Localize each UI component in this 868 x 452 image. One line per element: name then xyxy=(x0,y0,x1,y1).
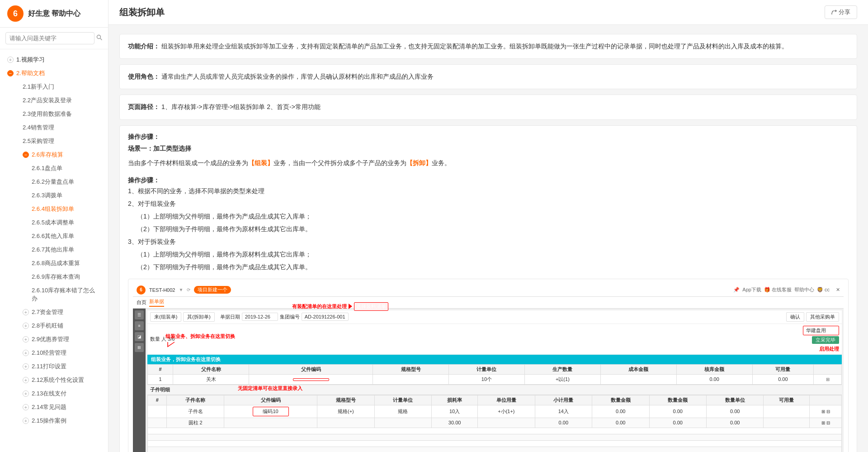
main-content: 组装拆卸单 分享 功能介绍： 组装拆卸单用来处理企业组装或拆卸等加工业务，支持有… xyxy=(108,0,868,452)
mock-menu-new: 新单据 xyxy=(149,298,164,307)
mock-th-4: 规格型号 xyxy=(373,364,449,374)
sidebar-item-2-7[interactable]: + 2.7资金管理 xyxy=(14,305,108,319)
sidebar-item-2-6-8[interactable]: 2.6.8商品成本重算 xyxy=(23,257,108,270)
mock-right-btn2: 其他采购单 xyxy=(806,312,839,322)
annotation4-container: 华建盘用 立采完毕 启用处理 xyxy=(803,326,839,352)
mock-main-content: 来(组装单) 其(拆卸单) 单据日期 2019-12-26 集团编号 AD-20… xyxy=(146,309,844,452)
sidebar-item-2[interactable]: − 2.帮助文档 xyxy=(0,67,108,80)
scenario1-desc: 当由多个子件材料组装成一个成品的业务为【组装】业务，当由一个父件拆分成多个子产品… xyxy=(128,157,849,169)
mock-cr1-10: 0.00 xyxy=(649,405,706,418)
main-header: 组装拆卸单 分享 xyxy=(108,0,868,25)
mock-cr2-5 xyxy=(374,418,431,428)
sidebar-item-2-6-8-label: 2.6.8商品成本重算 xyxy=(32,259,80,267)
sidebar-item-2-6-4[interactable]: 2.6.4组装拆卸单 xyxy=(23,202,108,216)
sidebar-item-2-11[interactable]: + 2.11打印设置 xyxy=(14,360,108,373)
sidebar-item-1-label: 1.视频学习 xyxy=(16,56,45,64)
mock-right-btn1: 确认 xyxy=(786,312,804,322)
step1: 1、根据不同的业务，选择不同单据的类型来处理 xyxy=(128,185,849,197)
sidebar-item-2-6-9-label: 2.6.9库存账本查询 xyxy=(32,273,80,281)
mock-layout: ☰ ≡ ◪ ⊞ 来(组装单) 其(拆卸单) 单据日期 2019-12-26 xyxy=(133,309,844,452)
mock-right-btns: 确认 其他采购单 xyxy=(786,312,839,322)
step2-2: （2）下部明细为子件明细，最终作为原材料生成其它出库单。 xyxy=(137,223,849,235)
sidebar-item-2-7-label: 2.7资金管理 xyxy=(32,308,63,316)
mock-cr1-7: +小(1+) xyxy=(478,405,535,418)
mock-section-parent: 组装业务，拆卸业务在这里切换 xyxy=(147,355,842,364)
mock-parent-icon: ⊞ xyxy=(826,377,830,382)
sidebar-item-2-6-6-label: 2.6.6其他入库单 xyxy=(32,232,74,240)
sidebar-item-2-1[interactable]: 2.1新手入门 xyxy=(14,80,108,94)
mock-parent-cell-4 xyxy=(373,374,449,384)
mock-parent-cell-1: 1 xyxy=(148,374,173,384)
sidebar-item-2-6-1[interactable]: 2.6.1盘点单 xyxy=(23,162,108,175)
sidebar-item-2-3-label: 2.3使用前数据准备 xyxy=(23,110,72,118)
mock-cr1-12 xyxy=(764,405,810,418)
sidebar-item-2-6-7-label: 2.6.7其他出库单 xyxy=(32,246,74,254)
path-label: 页面路径： xyxy=(128,103,160,110)
path-text: 页面路径： 1、库存核算->库存管理->组装拆卸单 2、首页->常用功能 xyxy=(128,101,849,113)
sidebar-item-2-13[interactable]: + 2.13在线支付 xyxy=(14,387,108,400)
sidebar-item-2-13-label: 2.13在线支付 xyxy=(32,390,66,398)
screenshot-container: 6 TEST-H002 ▼ ⟳ 项目新建一个 📌 App下载 🎁 在线客服 帮助… xyxy=(128,279,849,452)
sidebar-item-2-6-2[interactable]: 2.6.2分量盘点单 xyxy=(23,175,108,189)
mock-cth-9: 数量金额 xyxy=(592,395,649,405)
sidebar-item-2-6-2-label: 2.6.2分量盘点单 xyxy=(32,178,74,186)
mock-topbar-id: TEST-H002 xyxy=(149,287,175,293)
sidebar-item-2-3[interactable]: 2.3使用前数据准备 xyxy=(14,107,108,121)
sidebar: 6 好生意 帮助中心 + 1.视频学习 − 2.帮助文档 2.1新手入门 2.2… xyxy=(0,0,108,452)
mock-cr2-2: 圆柱 2 xyxy=(167,418,224,428)
mock-th-10 xyxy=(814,364,842,374)
sidebar-item-2-4[interactable]: 2.4销售管理 xyxy=(14,121,108,134)
expand-icon-1: + xyxy=(7,57,14,63)
search-box[interactable] xyxy=(0,28,108,49)
mock-cr1-6: 10入 xyxy=(432,405,478,418)
mock-child-row-5 xyxy=(148,440,842,447)
sidebar-item-2-6[interactable]: − 2.6库存核算 xyxy=(14,148,108,162)
mock-cr2-10: 0.00 xyxy=(649,418,706,428)
mock-cr1-11: 0.00 xyxy=(706,405,763,418)
mock-cr1-8: 14入 xyxy=(535,405,592,418)
mock-menu-bar: 自页 新单据 xyxy=(133,297,844,309)
search-input[interactable] xyxy=(5,32,94,44)
nav-tree: + 1.视频学习 − 2.帮助文档 2.1新手入门 2.2产品安装及登录 2.3… xyxy=(0,49,108,452)
search-button[interactable] xyxy=(96,34,103,42)
intro-text: 功能介绍： 组装拆卸单用来处理企业组装或拆卸等加工业务，支持有固定装配清单的产品… xyxy=(128,41,849,52)
sidebar-item-2-6-7[interactable]: 2.6.7其他出库单 xyxy=(23,243,108,257)
sidebar-item-1[interactable]: + 1.视频学习 xyxy=(0,53,108,67)
mock-qiyong-input: 华建盘用 xyxy=(803,326,839,335)
sidebar-item-2-5[interactable]: 2.5采购管理 xyxy=(14,134,108,148)
mock-bill-label: 集团编号 xyxy=(280,314,300,320)
sidebar-item-2-6-6[interactable]: 2.6.6其他入库单 xyxy=(23,229,108,243)
mock-topbar-right: 📌 App下载 🎁 在线客服 帮助中心 🦁 cc ✕ xyxy=(733,286,840,293)
mock-parent-cell-6: +以(1) xyxy=(524,374,600,384)
mock-parent-cell-5: 10个 xyxy=(449,374,525,384)
sidebar-item-2-12[interactable]: + 2.12系统个性化设置 xyxy=(14,373,108,387)
intro-card: 功能介绍： 组装拆卸单用来处理企业组装或拆卸等加工业务，支持有固定装配清单的产品… xyxy=(119,34,857,59)
sidebar-item-2-8[interactable]: + 2.8手机旺铺 xyxy=(14,319,108,333)
mock-toolbar-row1: 来(组装单) 其(拆卸单) 单据日期 2019-12-26 集团编号 AD-20… xyxy=(147,310,842,324)
app-name: 好生意 帮助中心 xyxy=(28,9,80,19)
mock-menu-home: 自页 xyxy=(137,299,146,306)
mock-cth-5: 计量单位 xyxy=(374,395,431,405)
mock-cr2-6: 30.00 xyxy=(432,418,478,428)
sidebar-item-2-15[interactable]: + 2.15操作案例 xyxy=(14,414,108,428)
annotation1-text: 有装配清单的在这里处理 xyxy=(292,303,347,310)
sidebar-item-2-6-3[interactable]: 2.6.3调拨单 xyxy=(23,189,108,202)
sidebar-item-2-2[interactable]: 2.2产品安装及登录 xyxy=(14,94,108,107)
mock-topbar: 6 TEST-H002 ▼ ⟳ 项目新建一个 📌 App下载 🎁 在线客服 帮助… xyxy=(133,284,844,297)
sidebar-item-2-6-10[interactable]: 2.6.10库存账本错了怎么办 xyxy=(23,284,108,305)
mock-cr1-icons: ⊞ ⊟ xyxy=(821,409,830,414)
svg-point-0 xyxy=(97,35,101,39)
mock-th-2: 父件名称 xyxy=(173,364,249,374)
mock-cr6-empty xyxy=(148,447,842,452)
annotation5-text: 无固定清单可在这里直接录入 xyxy=(238,385,302,392)
share-button[interactable]: 分享 xyxy=(825,5,857,19)
sidebar-item-2-14[interactable]: + 2.14常见问题 xyxy=(14,400,108,414)
mock-left-nav: ☰ ≡ ◪ ⊞ xyxy=(133,309,146,452)
mock-top-icon3: 🎁 在线客服 xyxy=(764,286,792,293)
sidebar-item-2-6-9[interactable]: 2.6.9库存账本查询 xyxy=(23,270,108,284)
mock-child-row-6 xyxy=(148,447,842,452)
sidebar-item-2-9[interactable]: + 2.9优惠券管理 xyxy=(14,333,108,346)
sidebar-item-2-6-5[interactable]: 2.6.5成本调整单 xyxy=(23,216,108,229)
mock-field-row: 数量 人 3/6 组装业务、拆卸业务在这里切换 xyxy=(147,324,842,355)
sidebar-item-2-10[interactable]: + 2.10经营管理 xyxy=(14,346,108,360)
